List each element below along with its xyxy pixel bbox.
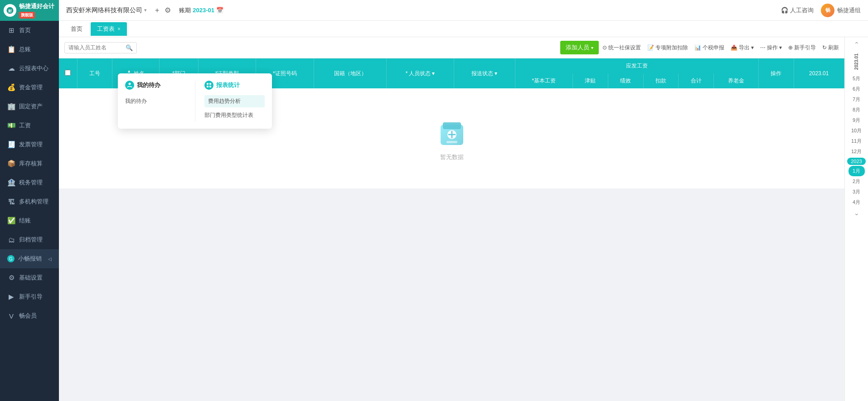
svg-rect-12: [209, 86, 211, 87]
sidebar-item-checkout[interactable]: ✅ 结账: [0, 211, 59, 230]
select-all-checkbox[interactable]: [65, 70, 71, 76]
home-icon: ⊞: [7, 26, 15, 34]
add-company-icon[interactable]: +: [155, 6, 159, 14]
sidebar-item-salary[interactable]: 💵 工资: [0, 116, 59, 135]
cloud-icon: ☁: [7, 64, 15, 72]
company-name: 西安虾米网络科技有限公司: [66, 6, 142, 14]
th-year-col: 2023.01: [794, 58, 844, 88]
export-btn[interactable]: 📤 导出 ▾: [731, 44, 754, 52]
avatar: 畅: [821, 4, 834, 17]
tab-salary[interactable]: 工资表 ×: [91, 22, 127, 36]
assets-icon: 🏢: [7, 102, 15, 111]
checkbox-header[interactable]: [59, 58, 77, 88]
sidebar-item-xiaochang[interactable]: G 小畅报销 ◁: [0, 249, 59, 268]
tax-declaration-btn[interactable]: 📊 个税申报: [694, 44, 724, 52]
sidebar-label-member: 畅会员: [19, 312, 37, 320]
sidebar-item-home[interactable]: ⊞ 首页: [0, 21, 59, 40]
sidebar-item-cloud-report[interactable]: ☁ 云报表中心: [0, 59, 59, 78]
timeline-month-1[interactable]: 1月: [849, 166, 865, 176]
th-performance: 绩效: [608, 73, 643, 88]
timeline-month-3[interactable]: 3月: [845, 187, 868, 197]
guide-icon: ▶: [7, 293, 15, 301]
sidebar-item-archive[interactable]: 🗂 归档管理: [0, 230, 59, 249]
col1-title: 我的待办: [137, 81, 160, 89]
timeline-month-11[interactable]: 11月: [845, 136, 868, 146]
dropdown-item-trend[interactable]: 费用趋势分析: [204, 95, 265, 107]
sidebar-label-invoice: 发票管理: [19, 140, 43, 149]
sidebar-item-fund[interactable]: 💰 资金管理: [0, 78, 59, 97]
user-menu[interactable]: 畅 畅捷通组: [821, 4, 861, 17]
timeline-month-8[interactable]: 8月: [845, 105, 868, 115]
sidebar-item-member[interactable]: V 畅会员: [0, 306, 59, 325]
tax-icon: 📊: [694, 44, 701, 51]
toolbar-actions: ⊙ 统一社保设置 📝 专项附加扣除 📊 个税申报 📤 导出 ▾: [602, 44, 839, 52]
sidebar-label-checkout: 结账: [19, 217, 31, 225]
refresh-icon: ↻: [822, 44, 827, 51]
timeline-month-2[interactable]: 2月: [845, 176, 868, 187]
chevron-icon: ◁: [48, 256, 52, 261]
xiaochang-dropdown: 我的待办 我的待办: [118, 73, 272, 129]
period-label: 账期: [179, 6, 191, 14]
svg-point-8: [129, 83, 131, 85]
dropdown-col-1: 我的待办 我的待办: [125, 81, 186, 121]
col2-icon: [204, 81, 213, 90]
refresh-btn[interactable]: ↻ 刷新: [822, 44, 839, 52]
svg-rect-11: [207, 86, 209, 87]
add-person-button[interactable]: 添加人员 ▾: [560, 41, 599, 54]
timeline-month-5[interactable]: 5月: [845, 73, 868, 84]
add-person-label: 添加人员: [566, 43, 589, 52]
sidebar-item-inventory[interactable]: 📦 库存核算: [0, 154, 59, 173]
search-input[interactable]: [68, 44, 124, 51]
operations-btn[interactable]: ⋯ 操作 ▾: [760, 44, 782, 52]
col1-icon: [125, 81, 134, 90]
company-selector[interactable]: 西安虾米网络科技有限公司 ▾: [66, 6, 147, 14]
sidebar-item-fixed-assets[interactable]: 🏢 固定资产: [0, 97, 59, 116]
sidebar-item-guide[interactable]: ▶ 新手引导: [0, 287, 59, 306]
refresh-label: 刷新: [828, 44, 839, 52]
timeline-month-10[interactable]: 10月: [845, 126, 868, 136]
timeline-month-7[interactable]: 7月: [845, 94, 868, 105]
empty-icon: [434, 116, 470, 153]
sidebar-item-basic[interactable]: ⚙ 基础设置: [0, 268, 59, 287]
basic-icon: ⚙: [7, 274, 15, 282]
sidebar-item-ledger[interactable]: 📋 总账: [0, 40, 59, 59]
dropdown-col-2: 报表统计 费用趋势分析 部门费用类型统计表: [204, 81, 265, 121]
timeline-prev-btn[interactable]: ⌃: [852, 39, 861, 50]
export-label: 导出: [739, 44, 750, 52]
social-insurance-label: 统一社保设置: [608, 44, 641, 52]
filter-icon[interactable]: ▾: [432, 70, 435, 77]
guide-btn[interactable]: ⊕ 新手引导: [788, 44, 816, 52]
period-selector[interactable]: 账期 2023-01 📅: [179, 6, 223, 14]
social-insurance-btn[interactable]: ⊙ 统一社保设置: [602, 44, 641, 52]
sidebar-item-multi-org[interactable]: 🏗 多机构管理: [0, 192, 59, 211]
tax-icon: 🏦: [7, 179, 15, 187]
support-btn[interactable]: 🎧 人工咨询: [781, 6, 814, 14]
sidebar-item-tax[interactable]: 🏦 税务管理: [0, 173, 59, 192]
sidebar-item-invoice[interactable]: 🧾 发票管理: [0, 135, 59, 154]
timeline-next-btn[interactable]: ⌄: [852, 208, 861, 218]
dropdown-item-dept[interactable]: 部门费用类型统计表: [204, 109, 265, 121]
report-filter-icon[interactable]: ▾: [495, 70, 497, 77]
timeline-month-9[interactable]: 9月: [845, 115, 868, 126]
search-icon: 🔍: [126, 44, 133, 51]
tab-home[interactable]: 首页: [64, 22, 89, 36]
settings-icon[interactable]: ⚙: [165, 6, 171, 14]
sidebar-label-basic: 基础设置: [19, 274, 43, 282]
checkout-icon: ✅: [7, 217, 15, 225]
deduction-label: 专项附加扣除: [655, 44, 688, 52]
svg-rect-3: [443, 122, 461, 129]
special-deduction-btn[interactable]: 📝 专项附加扣除: [647, 44, 688, 52]
th-base-salary: *基本工资: [515, 73, 572, 88]
timeline-month-6[interactable]: 6月: [845, 84, 868, 94]
main-area: 西安虾米网络科技有限公司 ▾ + ⚙ 账期 2023-01 📅 🎧 人工咨询 畅…: [59, 0, 868, 401]
search-box[interactable]: 🔍: [64, 42, 137, 53]
timeline-month-12[interactable]: 12月: [845, 146, 868, 157]
topbar-actions: + ⚙: [155, 6, 171, 14]
timeline-month-4[interactable]: 4月: [845, 197, 868, 208]
sidebar-label-home: 首页: [19, 26, 31, 34]
dropdown-columns: 我的待办 我的待办: [125, 81, 265, 121]
tab-home-label: 首页: [71, 25, 82, 32]
tab-close-icon[interactable]: ×: [117, 26, 121, 32]
dropdown-item-todo[interactable]: 我的待办: [125, 95, 186, 107]
th-person-status: *人员状态 ▾: [387, 58, 454, 88]
